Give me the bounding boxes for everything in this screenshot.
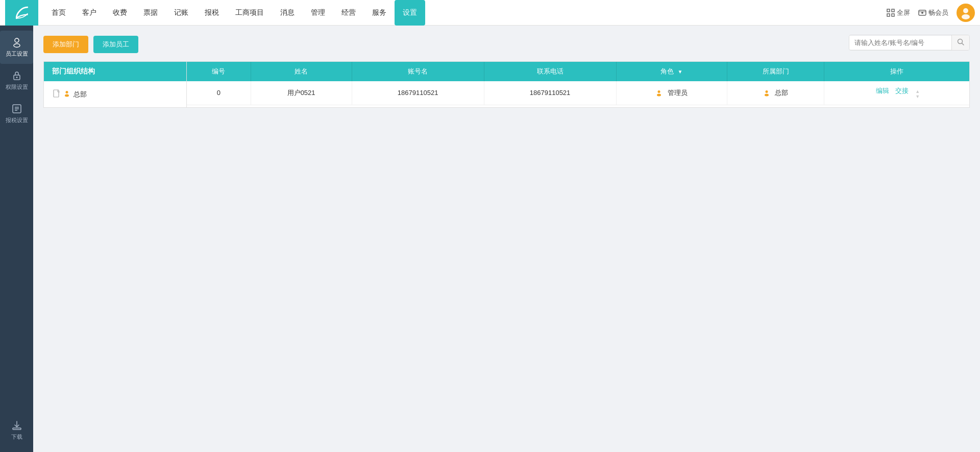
svg-point-22 [66, 91, 68, 93]
col-role[interactable]: 角色 ▼ [616, 62, 727, 81]
dept-name: 总部 [74, 90, 87, 99]
svg-point-15 [16, 77, 17, 78]
emp-table: 编号 姓名 账号名 联系电话 角色 ▼ 所属部门 操作 [187, 62, 969, 107]
person-icon [63, 90, 70, 99]
nav-business[interactable]: 工商项目 [227, 0, 272, 26]
dept-tree-item-general[interactable]: 总部 [49, 86, 181, 102]
dept-tree-header: 部门组织结构 [44, 62, 186, 81]
cell-action: 编辑 交接 ▲ ▼ [824, 81, 969, 105]
fullscreen-button[interactable]: 全屏 [887, 8, 910, 17]
filter-icon: ▼ [677, 69, 682, 75]
nav-manage[interactable]: 管理 [303, 0, 333, 26]
svg-rect-3 [892, 14, 894, 16]
employee-icon [11, 37, 22, 48]
svg-point-11 [15, 38, 19, 42]
dept-user-icon [763, 89, 773, 97]
nav-settings[interactable]: 设置 [395, 0, 425, 26]
fullscreen-icon [887, 9, 895, 17]
nav-operation[interactable]: 经营 [333, 0, 364, 26]
dept-tree-body: 总部 [44, 81, 186, 107]
download-icon [11, 420, 22, 431]
dept-tree: 部门组织结构 [44, 62, 187, 107]
add-emp-button[interactable]: 添加员工 [93, 36, 138, 53]
avatar[interactable] [957, 4, 975, 22]
scroll-down-icon[interactable]: ▼ [915, 94, 920, 100]
scroll-controls: ▲ ▼ [915, 89, 920, 100]
employee-table: 编号 姓名 账号名 联系电话 角色 ▼ 所属部门 操作 [187, 62, 969, 105]
svg-rect-2 [887, 14, 890, 16]
cell-id: 0 [187, 81, 251, 105]
svg-point-24 [658, 90, 660, 93]
file-icon [53, 89, 60, 98]
table-row: 0 用户0521 18679110521 18679110521 [187, 81, 969, 105]
svg-point-8 [962, 14, 970, 19]
search-button[interactable] [951, 35, 969, 50]
nav-fee[interactable]: 收费 [105, 0, 135, 26]
sidebar-tax-setting-label: 报税设置 [6, 116, 28, 124]
action-bar: 添加部门 添加员工 [43, 36, 970, 53]
search-box [849, 35, 970, 51]
nav-customer[interactable]: 客户 [74, 0, 105, 26]
nav-accounting[interactable]: 记账 [166, 0, 197, 26]
nav-tax[interactable]: 报税 [197, 0, 227, 26]
vip-button[interactable]: 畅会员 [918, 8, 948, 17]
svg-rect-0 [887, 9, 890, 12]
nav-home[interactable]: 首页 [43, 0, 74, 26]
svg-point-26 [765, 90, 768, 93]
sidebar-item-download[interactable]: 下载 [0, 414, 33, 447]
role-user-icon [655, 89, 666, 97]
svg-point-23 [65, 94, 69, 97]
logo [5, 0, 38, 26]
add-dept-button[interactable]: 添加部门 [43, 36, 88, 53]
sidebar-item-tax-setting[interactable]: 报税设置 [0, 97, 33, 130]
sidebar: 员工设置 权限设置 报税设置 下载 [0, 26, 33, 452]
cell-dept: 总部 [727, 81, 824, 105]
sidebar-employee-label: 员工设置 [6, 50, 28, 58]
col-id: 编号 [187, 62, 251, 81]
nav-message[interactable]: 消息 [272, 0, 303, 26]
main-nav: 首页 客户 收费 票据 记账 报税 工商项目 消息 管理 经营 服务 设置 [43, 0, 887, 26]
permission-icon [11, 70, 22, 81]
svg-point-12 [14, 44, 20, 47]
doc-icon [53, 89, 60, 99]
cell-account: 18679110521 [352, 81, 484, 105]
edit-link[interactable]: 编辑 [876, 87, 889, 94]
col-dept: 所属部门 [727, 62, 824, 81]
cell-dept-value: 总部 [775, 89, 788, 97]
tax-setting-icon [11, 103, 22, 114]
nav-right: 全屏 畅会员 [887, 4, 975, 22]
search-icon [957, 38, 964, 45]
col-phone: 联系电话 [484, 62, 616, 81]
main-content: 添加部门 添加员工 部门组织结构 [33, 26, 980, 452]
col-account: 账号名 [352, 62, 484, 81]
svg-point-5 [921, 12, 923, 14]
avatar-icon [959, 6, 973, 20]
sidebar-item-permission[interactable]: 权限设置 [0, 64, 33, 97]
vip-icon [918, 9, 926, 17]
nav-service[interactable]: 服务 [364, 0, 395, 26]
svg-point-25 [657, 94, 661, 97]
cell-role-value: 管理员 [668, 89, 688, 97]
content-area: 部门组织结构 [43, 61, 970, 108]
user-icon [63, 90, 70, 97]
layout: 员工设置 权限设置 报税设置 下载 [0, 26, 980, 452]
svg-point-27 [765, 94, 769, 97]
col-action: 操作 [824, 62, 969, 81]
sidebar-permission-label: 权限设置 [6, 83, 28, 91]
top-nav: 首页 客户 收费 票据 记账 报税 工商项目 消息 管理 经营 服务 设置 全屏 [0, 0, 980, 26]
svg-rect-20 [13, 428, 21, 430]
sidebar-download-label: 下载 [11, 433, 22, 441]
nav-bill[interactable]: 票据 [135, 0, 166, 26]
sidebar-item-employee[interactable]: 员工设置 [0, 31, 33, 64]
cell-phone: 18679110521 [484, 81, 616, 105]
vip-label: 畅会员 [928, 8, 948, 17]
svg-rect-1 [892, 9, 894, 12]
transfer-link[interactable]: 交接 [895, 87, 909, 94]
fullscreen-label: 全屏 [897, 8, 910, 17]
cell-name: 用户0521 [251, 81, 352, 105]
svg-line-10 [962, 43, 964, 45]
svg-point-7 [963, 8, 968, 13]
col-name: 姓名 [251, 62, 352, 81]
cell-role: 管理员 [616, 81, 727, 105]
search-input[interactable] [849, 36, 951, 50]
